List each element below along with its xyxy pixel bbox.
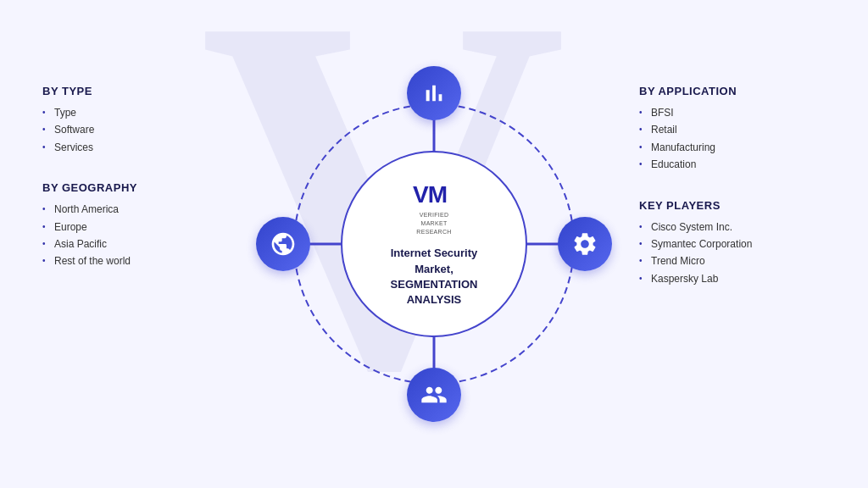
list-item: Type: [42, 104, 229, 121]
inner-circle: VM VERIFIEDMARKETRESEARCH Internet Secur…: [341, 151, 527, 337]
by-geography-title: BY GEOGRAPHY: [42, 181, 229, 194]
list-item: Kaspersky Lab: [639, 270, 826, 287]
list-item: Software: [42, 121, 229, 138]
by-application-list: BFSI Retail Manufacturing Education: [639, 104, 826, 174]
list-item: Trend Micro: [639, 252, 826, 269]
main-content: BY TYPE Type Software Services BY GEOGRA…: [0, 0, 868, 488]
logo-area: VM VERIFIEDMARKETRESEARCH: [413, 180, 455, 236]
list-item: North America: [42, 201, 229, 218]
list-item: Rest of the world: [42, 252, 229, 269]
by-type-title: BY TYPE: [42, 85, 229, 97]
right-panel: BY APPLICATION BFSI Retail Manufacturing…: [639, 85, 826, 313]
gear-icon: [571, 230, 598, 258]
icon-node-top: [407, 66, 461, 120]
by-geography-list: North America Europe Asia Pacific Rest o…: [42, 201, 229, 270]
key-players-title: KEY PLAYERS: [639, 199, 826, 212]
list-item: Education: [639, 156, 826, 173]
by-type-list: Type Software Services: [42, 104, 229, 156]
people-icon: [420, 381, 448, 408]
svg-text:VM: VM: [413, 181, 447, 206]
list-item: Europe: [42, 219, 229, 236]
list-item: Symantec Corporation: [639, 236, 826, 252]
chart-icon: [420, 80, 448, 107]
list-item: Services: [42, 139, 229, 156]
icon-node-bottom: [407, 368, 461, 422]
center-title: Internet Security Market, SEGMENTATION A…: [391, 246, 478, 308]
center-diagram: VM VERIFIEDMARKETRESEARCH Internet Secur…: [256, 66, 612, 422]
list-item: BFSI: [639, 104, 826, 121]
logo-vm: VM: [413, 180, 455, 211]
left-panel: BY TYPE Type Software Services BY GEOGRA…: [42, 85, 229, 296]
key-players-list: Cisco System Inc. Symantec Corporation T…: [639, 219, 826, 288]
globe-icon: [270, 230, 297, 258]
by-application-title: BY APPLICATION: [639, 85, 826, 97]
icon-node-right: [558, 217, 612, 271]
list-item: Manufacturing: [639, 139, 826, 156]
list-item: Retail: [639, 121, 826, 138]
list-item: Asia Pacific: [42, 236, 229, 252]
list-item: Cisco System Inc.: [639, 219, 826, 236]
icon-node-left: [256, 217, 310, 271]
logo-text: VERIFIEDMARKETRESEARCH: [413, 211, 455, 236]
